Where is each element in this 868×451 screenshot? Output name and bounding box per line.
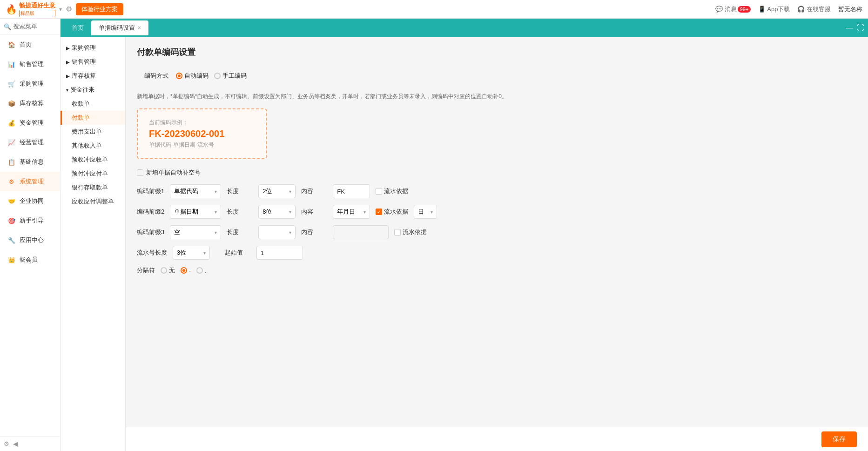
sidebar-settings-icon[interactable]: ⚙ <box>4 440 9 447</box>
page-content: 付款单编码设置 编码方式 自动编码 手工编码 <box>126 37 868 427</box>
length1-arrow: ▾ <box>289 189 291 194</box>
subnav-expense[interactable]: 费用支出单 <box>61 125 125 139</box>
system-icon: ⚙ <box>7 177 16 186</box>
manual-encoding-radio[interactable]: 手工编码 <box>214 72 247 80</box>
subnav-receipt[interactable]: 收款单 <box>61 97 125 111</box>
start-value-input[interactable] <box>256 246 303 260</box>
page-title: 付款单编码设置 <box>137 47 857 58</box>
content-row: ▶ 采购管理 ▶ 销售管理 ▶ 库存核算 ▾ 资金往来 收款单 <box>61 37 868 451</box>
subnav-sales-arrow: ▶ <box>66 60 70 65</box>
length2-arrow: ▾ <box>289 209 291 215</box>
tab-bar: 首页 单据编码设置 × — ⛶ <box>61 19 868 37</box>
content1-input[interactable] <box>333 184 370 198</box>
sidebar-item-member[interactable]: 👑 畅会员 <box>0 250 60 269</box>
top-bar-right: 💬 消息99+ 📱 App下载 🎧 在线客服 暂无名称 <box>715 5 862 13</box>
sidebar-item-purchase[interactable]: 🛒 采购管理 <box>0 74 60 94</box>
auto-fill-checkbox[interactable] <box>137 169 143 176</box>
subnav-purchase[interactable]: ▶ 采购管理 <box>61 41 125 55</box>
message-btn[interactable]: 💬 消息99+ <box>715 5 751 13</box>
prefix2-select[interactable]: 单据日期 ▾ <box>170 205 221 219</box>
save-button[interactable]: 保存 <box>821 431 857 447</box>
prefix3-select[interactable]: 空 ▾ <box>170 225 221 239</box>
dropdown-icon[interactable]: ▾ <box>59 6 62 13</box>
auto-fill-row: 新增单据自动补空号 <box>137 168 857 177</box>
subnav-other-income[interactable]: 其他收入单 <box>61 139 125 153</box>
sidebar-bottom: ⚙ ◀ <box>0 436 60 451</box>
auto-encoding-radio[interactable]: 自动编码 <box>176 72 209 80</box>
sidebar-item-basic[interactable]: 📋 基础信息 <box>0 152 60 172</box>
info-text: 新增单据时，*单据编码*自动生成，不可编辑。前缀设置为部门、业务员等档案类，开单… <box>137 92 857 101</box>
subnav-bank-deposit[interactable]: 银行存取款单 <box>61 181 125 195</box>
sidebar-item-capital[interactable]: 💰 资金管理 <box>0 113 60 133</box>
prefix1-select[interactable]: 单据代码 ▾ <box>170 184 221 198</box>
sidebar-item-system[interactable]: ⚙ 系统管理 <box>0 172 60 191</box>
prefix1-arrow: ▾ <box>215 189 217 194</box>
trial-button[interactable]: 体验行业方案 <box>76 3 123 15</box>
fullscreen-tab-icon[interactable]: ⛶ <box>857 24 864 32</box>
content3-input[interactable] <box>333 225 389 239</box>
stream2-row: ✓ 流水依据 <box>376 208 408 216</box>
sidebar-item-inventory[interactable]: 📦 库存核算 <box>0 94 60 113</box>
stream2-period-arrow: ▾ <box>431 209 433 215</box>
serial-row: 流水号长度 3位 ▾ 起始值 <box>137 246 857 260</box>
online-service-btn[interactable]: 🎧 在线客服 <box>797 5 831 13</box>
sep-dot-radio[interactable]: . <box>196 267 207 274</box>
edition-badge: 标品版 <box>19 10 55 17</box>
member-icon: 👑 <box>7 256 16 264</box>
enterprise-icon: 🤝 <box>7 197 16 205</box>
auto-encoding-dot <box>176 73 182 79</box>
top-bar: 🔥 畅捷通好生意 标品版 ▾ ⚙ 体验行业方案 💬 消息99+ 📱 App下载 … <box>0 0 868 19</box>
tab-settings[interactable]: 单据编码设置 × <box>91 20 148 35</box>
stream3-row: 流水依据 <box>394 228 427 236</box>
length2-select[interactable]: 8位 ▾ <box>258 205 296 219</box>
minimize-tab-icon[interactable]: — <box>846 24 853 32</box>
sidebar-item-apps[interactable]: 🔧 应用中心 <box>0 230 60 250</box>
guide-icon: 🎯 <box>7 216 16 225</box>
search-icon: 🔍 <box>4 23 11 30</box>
brand-name: 畅捷通好生意 <box>19 1 55 10</box>
subnav-stock[interactable]: ▶ 库存核算 <box>61 69 125 83</box>
sidebar-item-operations[interactable]: 📈 经营管理 <box>0 133 60 152</box>
basic-icon: 📋 <box>7 158 16 166</box>
subnav-funds-arrow: ▾ <box>66 88 68 93</box>
stream2-checkbox[interactable]: ✓ <box>376 209 382 215</box>
sales-icon: 📊 <box>7 60 16 68</box>
content-area: 首页 单据编码设置 × — ⛶ ▶ 采购管理 ▶ 销售管理 <box>61 19 868 451</box>
subnav-funds[interactable]: ▾ 资金往来 <box>61 83 125 97</box>
sidebar-item-sales[interactable]: 📊 销售管理 <box>0 54 60 74</box>
settings-icon[interactable]: ⚙ <box>66 5 72 13</box>
sidebar-item-enterprise[interactable]: 🤝 企业协同 <box>0 191 60 211</box>
subnav-purchase-arrow: ▶ <box>66 46 70 51</box>
separator-row: 分隔符 无 - . <box>137 266 857 275</box>
sep-none-radio[interactable]: 无 <box>161 266 175 275</box>
apps-icon: 🔧 <box>7 236 16 244</box>
stream2-period-select[interactable]: 日 ▾ <box>414 205 437 219</box>
user-name[interactable]: 暂无名称 <box>838 5 862 13</box>
tab-close-icon[interactable]: × <box>138 25 141 31</box>
encoding-radio-group: 自动编码 手工编码 <box>176 72 247 80</box>
sidebar-collapse-icon[interactable]: ◀ <box>13 440 18 447</box>
encoding-method-row: 编码方式 自动编码 手工编码 <box>137 67 857 85</box>
subnav-adjust[interactable]: 应收应付调整单 <box>61 195 125 209</box>
stream3-checkbox[interactable] <box>394 229 401 236</box>
sidebar-item-home[interactable]: 🏠 首页 <box>0 35 60 54</box>
app-download-btn[interactable]: 📱 App下载 <box>758 5 790 13</box>
stream1-checkbox[interactable] <box>376 188 382 195</box>
subnav-prepay-pay[interactable]: 预付冲应付单 <box>61 167 125 181</box>
tab-home[interactable]: 首页 <box>64 20 91 35</box>
content2-arrow: ▾ <box>363 209 366 215</box>
serial-length-select[interactable]: 3位 ▾ <box>173 246 210 260</box>
sidebar: 🔍 搜索菜单 🏠 首页 📊 销售管理 🛒 采购管理 📦 库存核算 💰 资金管理 … <box>0 19 61 451</box>
subnav-payment[interactable]: 付款单 <box>61 111 125 125</box>
stream1-row: 流水依据 <box>376 187 408 195</box>
length3-select[interactable]: ▾ <box>258 225 296 239</box>
prefix3-row: 编码前缀3 空 ▾ 长度 ▾ 内容 <box>137 225 857 239</box>
sep-dash-radio[interactable]: - <box>181 267 191 274</box>
length1-select[interactable]: 2位 ▾ <box>258 184 296 198</box>
subnav-prepay-receive[interactable]: 预收冲应收单 <box>61 153 125 167</box>
sidebar-item-guide[interactable]: 🎯 新手引导 <box>0 211 60 230</box>
purchase-icon: 🛒 <box>7 80 16 88</box>
search-menu[interactable]: 🔍 搜索菜单 <box>0 19 60 35</box>
content2-select[interactable]: 年月日 ▾ <box>333 205 370 219</box>
subnav-sales[interactable]: ▶ 销售管理 <box>61 55 125 69</box>
